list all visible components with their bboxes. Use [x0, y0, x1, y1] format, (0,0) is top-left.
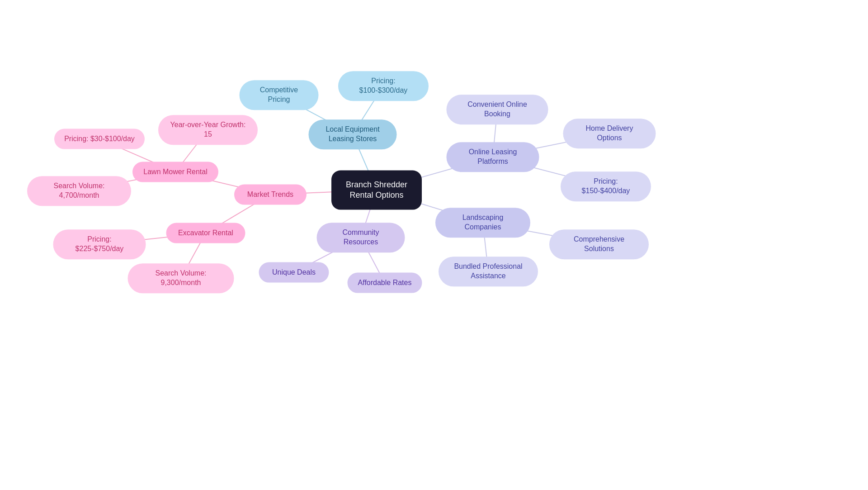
node-search-lawn: Search Volume: 4,700/month	[27, 176, 131, 206]
node-online-platforms: Online Leasing Platforms	[447, 142, 539, 172]
node-home-delivery: Home Delivery Options	[563, 119, 656, 148]
node-affordable: Affordable Rates	[348, 273, 422, 293]
node-pricing-online: Pricing: $150-$400/day	[561, 171, 651, 201]
node-local-stores: Local Equipment Leasing Stores	[309, 119, 397, 149]
node-pricing-local: Pricing: $100-$300/day	[338, 71, 429, 101]
node-yoy-growth: Year-over-Year Growth: 15	[158, 115, 258, 145]
node-landscaping: Landscaping Companies	[435, 208, 530, 238]
node-convenient-booking: Convenient Online Booking	[447, 95, 548, 124]
node-competitive: Competitive Pricing	[240, 80, 319, 110]
node-unique-deals: Unique Deals	[259, 262, 329, 283]
node-pricing-exc: Pricing: $225-$750/day	[53, 229, 146, 259]
node-excavator: Excavator Rental	[166, 223, 245, 243]
node-bundled: Bundled Professional Assistance	[439, 257, 538, 286]
node-community: Community Resources	[317, 223, 405, 252]
center-node: Branch Shredder Rental Options	[331, 171, 422, 210]
mindmap-container: Branch Shredder Rental OptionsMarket Tre…	[0, 0, 868, 490]
node-pricing-lawn: Pricing: $30-$100/day	[54, 129, 145, 149]
node-market-trends: Market Trends	[234, 185, 307, 205]
node-lawn-mower: Lawn Mower Rental	[132, 162, 218, 182]
node-comprehensive: Comprehensive Solutions	[549, 229, 649, 259]
node-search-exc: Search Volume: 9,300/month	[128, 263, 234, 293]
